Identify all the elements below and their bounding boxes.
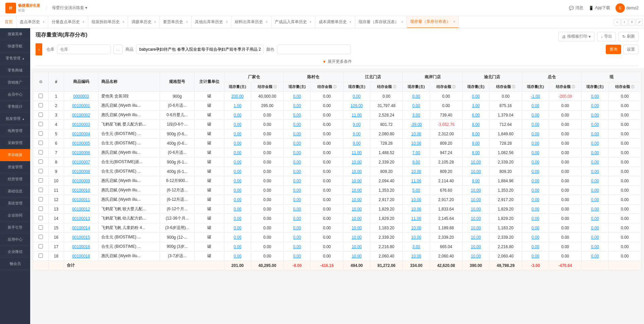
row-cur-qty[interactable]: 0.00 bbox=[582, 186, 608, 195]
row-select[interactable] bbox=[33, 233, 49, 242]
sidebar-item-search[interactable]: 搜索英单 bbox=[0, 28, 30, 40]
row-na-qty[interactable]: 10.00 bbox=[403, 129, 430, 139]
row-code[interactable]: 00100004 bbox=[64, 129, 98, 139]
row-jb-qty[interactable]: 10.00 bbox=[343, 214, 370, 223]
message-btn[interactable]: 💬 消息 bbox=[569, 5, 583, 11]
na-amt-info[interactable]: ⓘ bbox=[452, 85, 455, 89]
row-code[interactable]: 00100013 bbox=[64, 214, 98, 223]
row-code[interactable]: 00100008 bbox=[64, 167, 98, 176]
row-yb-qty[interactable]: 10.00 bbox=[463, 251, 489, 261]
row-yb-qty[interactable]: 0.00 bbox=[463, 92, 489, 101]
tab-1[interactable]: 盘点单历史 × bbox=[16, 16, 48, 28]
tab-2-close[interactable]: × bbox=[83, 20, 85, 24]
sidebar-item-guide[interactable]: 新手引导 bbox=[0, 222, 30, 234]
setting-btn[interactable]: 设置 bbox=[623, 45, 639, 54]
row-select[interactable] bbox=[33, 92, 49, 101]
refresh-btn[interactable]: ↻ 刷新 bbox=[619, 32, 639, 41]
sidebar-item-member2[interactable]: 畅会员 bbox=[0, 258, 30, 270]
row-select[interactable] bbox=[33, 139, 49, 148]
row-fac-qty[interactable]: 0.00 bbox=[224, 242, 251, 251]
row-can-qty[interactable]: 0.00 bbox=[284, 129, 311, 139]
row-jb-qty[interactable]: 10.00 bbox=[343, 242, 370, 251]
row-yb-qty[interactable]: 8.00 bbox=[463, 120, 489, 129]
row-jb-qty[interactable]: 10.00 bbox=[343, 195, 370, 204]
row-select[interactable] bbox=[33, 186, 49, 195]
row-na-qty[interactable]: 10.00 bbox=[403, 167, 430, 176]
row-can-qty[interactable]: 0.00 bbox=[284, 204, 311, 214]
row-cur-qty[interactable]: 0.00 bbox=[582, 101, 608, 110]
row-cur-qty[interactable]: 0.00 bbox=[582, 251, 608, 261]
expand-conditions-btn[interactable]: ▼ 展开更多条件 bbox=[322, 59, 352, 64]
tot-amt-info[interactable]: ⓘ bbox=[572, 85, 575, 89]
row-tot-qty[interactable]: 0.00 bbox=[522, 157, 549, 167]
row-na-qty[interactable]: 11.00 bbox=[403, 176, 430, 186]
row-cur-qty[interactable]: 0.00 bbox=[582, 139, 608, 148]
row-checkbox[interactable] bbox=[39, 235, 43, 239]
query-btn[interactable]: 查询 bbox=[606, 45, 621, 54]
row-can-qty[interactable]: 0.00 bbox=[284, 110, 311, 120]
sidebar-item-shortcuts[interactable]: 快捷导航 bbox=[0, 40, 30, 52]
row-cur-qty[interactable]: 0.00 bbox=[582, 176, 608, 186]
row-code[interactable]: 0000003 bbox=[64, 92, 98, 101]
row-na-qty[interactable]: 7.00 bbox=[403, 148, 430, 157]
warehouse-ellipsis[interactable]: … bbox=[113, 45, 123, 54]
tab-2[interactable]: 分量盘点单历史 × bbox=[48, 16, 88, 28]
row-na-qty[interactable]: 0.00 bbox=[403, 101, 430, 110]
row-select[interactable] bbox=[33, 251, 49, 261]
fac-amt-info[interactable]: ⓘ bbox=[273, 85, 277, 89]
row-yb-qty[interactable]: 10.00 bbox=[463, 167, 489, 176]
row-fac-qty[interactable]: 0.00 bbox=[224, 186, 251, 195]
row-cur-qty[interactable]: 0.00 bbox=[582, 195, 608, 204]
sidebar-item-retail[interactable]: 零售管理 ▲ bbox=[0, 52, 30, 64]
tab-home[interactable]: 首页 bbox=[1, 16, 16, 28]
row-checkbox[interactable] bbox=[39, 112, 43, 117]
nav-next[interactable]: › bbox=[621, 19, 628, 26]
row-can-qty[interactable]: 0.00 bbox=[284, 242, 311, 251]
sidebar-item-retailstat[interactable]: 零售统计 bbox=[0, 101, 30, 113]
row-na-qty[interactable]: 3.00 bbox=[403, 242, 430, 251]
row-code[interactable]: 00100009 bbox=[64, 176, 98, 186]
row-code[interactable]: 00100003 bbox=[64, 120, 98, 129]
row-checkbox[interactable] bbox=[39, 178, 43, 183]
row-yb-qty[interactable]: 10.00 bbox=[463, 195, 489, 204]
row-fac-qty[interactable]: 0.00 bbox=[224, 204, 251, 214]
row-tot-qty[interactable]: 0.00 bbox=[522, 242, 549, 251]
row-yb-qty[interactable]: 6.00 bbox=[463, 110, 489, 120]
row-code[interactable]: 00100018 bbox=[64, 251, 98, 261]
row-cur-qty[interactable]: 0.00 bbox=[582, 110, 608, 120]
sidebar-item-wholesale[interactable]: 批发管理 ▲ bbox=[0, 113, 30, 125]
row-jb-qty[interactable]: 11.00 bbox=[343, 110, 370, 120]
row-yb-qty[interactable]: 10.00 bbox=[463, 242, 489, 251]
tab-4-close[interactable]: × bbox=[154, 20, 156, 24]
row-fac-qty[interactable]: 200.00 bbox=[224, 92, 251, 101]
row-can-qty[interactable]: 0.00 bbox=[284, 223, 311, 233]
row-jb-qty[interactable]: 10.00 bbox=[343, 204, 370, 214]
row-yb-qty[interactable]: 9.00 bbox=[463, 176, 489, 186]
row-code[interactable]: 00100006 bbox=[64, 148, 98, 157]
can-amt-info[interactable]: ⓘ bbox=[333, 85, 336, 89]
row-tot-qty[interactable]: 0.00 bbox=[522, 214, 549, 223]
row-select[interactable] bbox=[33, 148, 49, 157]
row-jb-qty[interactable]: 10.00 bbox=[343, 186, 370, 195]
row-select[interactable] bbox=[33, 110, 49, 120]
row-select[interactable] bbox=[33, 157, 49, 167]
row-checkbox[interactable] bbox=[39, 253, 43, 258]
row-fac-qty[interactable]: 0.00 bbox=[224, 251, 251, 261]
row-code[interactable]: 00100010 bbox=[64, 186, 98, 195]
table-container[interactable]: ⚙ # 商品编码 商品名称 规格型号 主计量单位 厂家仓 陈村仓 江北门店 南岸… bbox=[30, 69, 644, 324]
row-can-qty[interactable]: 0.00 bbox=[284, 157, 311, 167]
row-code[interactable]: 00100002 bbox=[64, 110, 98, 120]
row-cur-qty[interactable]: 0.00 bbox=[582, 223, 608, 233]
row-code[interactable]: 00100005 bbox=[64, 139, 98, 148]
row-na-qty[interactable]: 11.00 bbox=[403, 214, 430, 223]
row-tot-qty[interactable]: -1.00 bbox=[522, 92, 549, 101]
row-checkbox[interactable] bbox=[39, 225, 43, 230]
print-btn[interactable]: 🖨 按模板打印 ▾ bbox=[558, 32, 594, 41]
sidebar-item-finance[interactable]: 资金管理 bbox=[0, 161, 30, 173]
sidebar-item-collab[interactable]: 企业协同 bbox=[0, 210, 30, 222]
sidebar-item-apps[interactable]: 应用中心 bbox=[0, 234, 30, 246]
sidebar-item-retailshop[interactable]: 零售商城 bbox=[0, 64, 30, 77]
tab-10-close[interactable]: × bbox=[401, 20, 404, 24]
row-fac-qty[interactable]: 1.00 bbox=[224, 101, 251, 110]
row-can-qty[interactable]: 0.00 bbox=[284, 167, 311, 176]
